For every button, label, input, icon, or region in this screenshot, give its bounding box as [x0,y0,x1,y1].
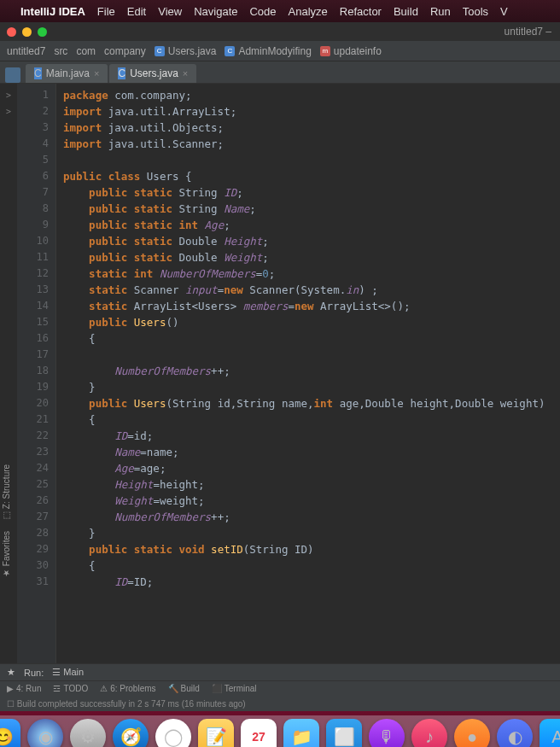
crumb-com[interactable]: com [76,45,96,57]
dock-app-generic1[interactable]: ⬜ [326,719,362,747]
tool-todo[interactable]: ☲ TODO [53,684,88,693]
tool-problems[interactable]: ⚠ 6: Problems [100,684,155,693]
code-editor[interactable]: >> 1234567891011121314151617181920212223… [0,84,560,663]
structure-tab[interactable]: ⬚ Z: Structure [2,464,11,521]
menu-tools[interactable]: Tools [463,5,488,18]
build-status-icon: ☐ [7,699,15,709]
macos-dock: 😊 ◉ ⚙ 🧭 ◯ 📝 27 📁 ⬜ 🎙 ♪ ● ◐ A [0,715,560,747]
menu-analyze[interactable]: Analyze [289,5,328,18]
menu-edit[interactable]: Edit [127,5,146,18]
tab-main[interactable]: C Main.java × [26,64,108,83]
dock-app-calendar[interactable]: 27 [241,719,277,747]
menu-build[interactable]: Build [394,5,418,18]
class-icon: C [118,67,125,79]
app-name[interactable]: IntelliJ IDEA [20,5,85,18]
menu-view[interactable]: View [158,5,182,18]
status-message: Build completed successfully in 2 s 747 … [17,699,246,709]
close-tab-icon[interactable]: × [183,68,188,79]
breadcrumb-bar: untitled7 src com company CUsers.java CA… [0,41,560,61]
crumb-method[interactable]: mupdateinfo [320,45,382,57]
dock-app-books[interactable]: ● [454,719,490,747]
line-number-gutter[interactable]: 1234567891011121314151617181920212223242… [17,84,56,663]
tool-run[interactable]: ▶ 4: Run [7,684,41,693]
dock-app-appstore[interactable]: A [540,719,560,747]
run-label: Run: [24,668,44,678]
method-icon: m [320,46,330,56]
dock-background: 😊 ◉ ⚙ 🧭 ◯ 📝 27 📁 ⬜ 🎙 ♪ ● ◐ A [0,711,560,747]
crumb-company[interactable]: company [104,45,146,57]
dock-app-settings[interactable]: ⚙ [70,719,106,747]
class-icon: C [155,46,165,56]
dock-app-siri[interactable]: ◉ [27,719,63,747]
favorites-star-icon[interactable]: ★ [7,667,15,678]
editor-tabbar: C Main.java × C Users.java × [0,61,560,84]
crumb-file[interactable]: CUsers.java [155,45,217,57]
crumb-project[interactable]: untitled7 [7,45,45,57]
menu-more[interactable]: V [500,5,508,18]
code-area[interactable]: package com.company;import java.util.Arr… [56,84,560,663]
dock-app-chrome[interactable]: ◯ [155,719,191,747]
run-toolbar: ★ Run: ☰ Main [0,663,560,680]
close-window-button[interactable] [7,27,16,37]
menu-refactor[interactable]: Refactor [340,5,382,18]
menu-run[interactable]: Run [430,5,451,18]
run-config-name[interactable]: ☰ Main [52,667,84,678]
dock-app-notes[interactable]: 📝 [198,719,234,747]
bottom-toolwindow-bar: ▶ 4: Run ☲ TODO ⚠ 6: Problems 🔨 Build ⬛ … [0,680,560,696]
dock-app-finder[interactable]: 😊 [0,719,20,747]
tool-terminal[interactable]: ⬛ Terminal [212,684,257,693]
window-titlebar: untitled7 – [0,22,560,41]
minimize-window-button[interactable] [22,27,32,37]
dock-app-generic2[interactable]: ◐ [497,719,533,747]
traffic-lights [7,27,47,37]
favorites-tab[interactable]: ★ Favorites [2,531,11,578]
menu-file[interactable]: File [97,5,115,18]
tab-users[interactable]: C Users.java × [109,64,196,83]
class-icon: C [225,46,235,56]
crumb-src[interactable]: src [54,45,67,57]
menu-navigate[interactable]: Navigate [194,5,237,18]
side-toolwindow-tabs[interactable]: ★ Favorites ⬚ Z: Structure [2,464,11,578]
window-title: untitled7 – [505,26,551,38]
close-tab-icon[interactable]: × [94,68,99,79]
macos-menubar: IntelliJ IDEA File Edit View Navigate Co… [0,0,560,22]
status-bar: ☐ Build completed successfully in 2 s 74… [0,696,560,711]
dock-app-music[interactable]: ♪ [411,719,447,747]
dock-app-safari[interactable]: 🧭 [113,719,149,747]
class-icon: C [34,67,42,79]
dock-app-podcasts[interactable]: 🎙 [369,719,405,747]
tool-build[interactable]: 🔨 Build [168,684,200,693]
dock-app-files[interactable]: 📁 [283,719,319,747]
project-tool-button[interactable] [5,67,20,83]
menu-code[interactable]: Code [249,5,276,18]
crumb-admin[interactable]: CAdminModyifing [225,45,311,57]
maximize-window-button[interactable] [38,27,47,37]
